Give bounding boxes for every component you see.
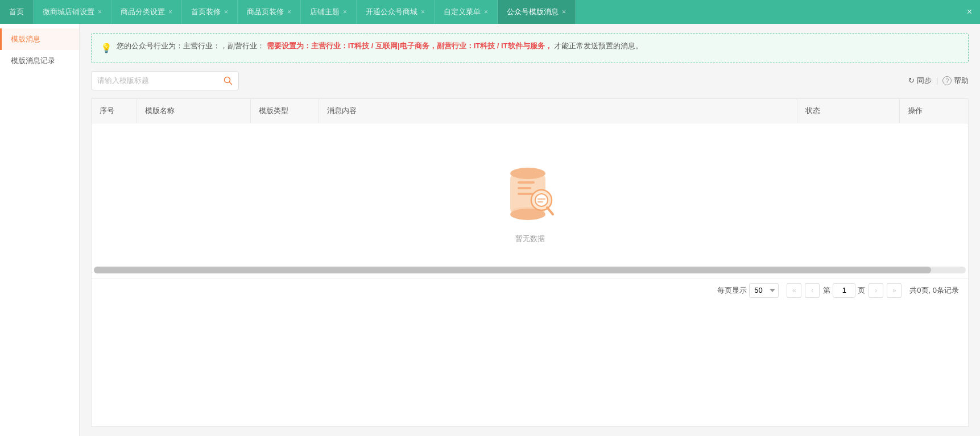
next-page-button[interactable]: › — [869, 283, 883, 298]
per-page-select[interactable]: 10 20 50 100 — [749, 283, 779, 298]
svg-point-10 — [535, 194, 548, 206]
search-button[interactable] — [218, 76, 238, 85]
sync-button[interactable]: ↻ 同步 — [908, 76, 932, 86]
content-area: 💡 您的公众号行业为：主营行业：，副营行业： 需要设置为：主营行业：IT科技 /… — [80, 24, 980, 436]
per-page-wrap: 每页显示 10 20 50 100 — [717, 283, 779, 298]
main-layout: 模版消息 模版消息记录 💡 您的公众号行业为：主营行业：，副营行业： 需要设置为… — [0, 24, 980, 436]
empty-state: 暂无数据 — [92, 123, 968, 267]
page-current-wrap: 第 页 — [823, 283, 865, 298]
scrollbar-thumb — [94, 267, 931, 273]
tab-shop-theme-close[interactable]: × — [343, 9, 347, 15]
help-label: 帮助 — [954, 76, 969, 85]
page-unit: 页 — [858, 285, 865, 296]
svg-rect-13 — [537, 201, 543, 203]
tab-template-msg-close[interactable]: × — [562, 9, 566, 15]
notice-text: 您的公众号行业为：主营行业：，副营行业： 需要设置为：主营行业：IT科技 / 互… — [117, 40, 643, 52]
th-action: 操作 — [900, 99, 968, 123]
prev-page-button[interactable]: ‹ — [805, 283, 820, 298]
close-all-button[interactable]: × — [959, 7, 980, 17]
search-bar: ↻ 同步 | ? 帮助 — [91, 71, 969, 90]
notice-prefix: 您的公众号行业为：主营行业：，副营行业： — [117, 41, 264, 50]
svg-line-1 — [230, 82, 232, 84]
tab-shop-theme-label: 店铺主题 — [310, 7, 340, 17]
svg-rect-12 — [537, 198, 545, 200]
th-status: 状态 — [797, 99, 900, 123]
svg-point-4 — [510, 168, 545, 179]
tab-custom-menu[interactable]: 自定义菜单 × — [435, 0, 498, 24]
sync-label: 同步 — [917, 76, 932, 85]
search-icon — [224, 76, 233, 85]
notice-box: 💡 您的公众号行业为：主营行业：，副营行业： 需要设置为：主营行业：IT科技 /… — [91, 33, 969, 63]
tab-product-category[interactable]: 商品分类设置 × — [111, 0, 182, 24]
tab-custom-menu-label: 自定义菜单 — [444, 7, 481, 17]
svg-line-11 — [547, 207, 553, 214]
data-table: 序号 模版名称 模版类型 消息内容 状态 操作 — [91, 98, 969, 427]
empty-state-text: 暂无数据 — [515, 234, 545, 244]
search-input[interactable] — [92, 76, 218, 85]
horizontal-scrollbar[interactable] — [94, 267, 966, 273]
notice-icon: 💡 — [101, 41, 112, 56]
page-label: 第 — [823, 285, 830, 296]
table-header: 序号 模版名称 模版类型 消息内容 状态 操作 — [92, 99, 968, 123]
th-type: 模版类型 — [251, 99, 319, 123]
tab-product-category-label: 商品分类设置 — [121, 7, 165, 17]
tab-weishop-settings[interactable]: 微商城店铺设置 × — [34, 0, 111, 24]
help-icon: ? — [942, 76, 952, 85]
tab-shop-theme[interactable]: 店铺主题 × — [301, 0, 357, 24]
help-button[interactable]: ? 帮助 — [942, 76, 969, 86]
tab-homepage-decor[interactable]: 首页装修 × — [182, 0, 238, 24]
toolbar-divider: | — [936, 76, 938, 85]
per-page-label: 每页显示 — [717, 285, 747, 296]
tab-home[interactable]: 首页 — [0, 0, 34, 24]
tab-weishop-settings-close[interactable]: × — [98, 9, 102, 15]
notice-suffix: 才能正常发送预置的消息。 — [554, 41, 643, 50]
tab-product-page-decor-close[interactable]: × — [287, 9, 291, 15]
tab-product-page-decor[interactable]: 商品页装修 × — [238, 0, 301, 24]
page-input[interactable] — [833, 283, 855, 298]
first-page-button[interactable]: « — [787, 283, 801, 298]
tab-template-msg-label: 公众号模版消息 — [507, 7, 559, 17]
tab-product-category-close[interactable]: × — [168, 9, 172, 15]
th-name: 模版名称 — [137, 99, 251, 123]
tab-weishop-settings-label: 微商城店铺设置 — [43, 7, 94, 17]
sidebar-item-template-message-label: 模版消息 — [11, 35, 40, 43]
th-content: 消息内容 — [319, 99, 797, 123]
empty-state-icon — [496, 157, 564, 226]
tab-open-wechat-shop[interactable]: 开通公众号商城 × — [357, 0, 435, 24]
pagination: 每页显示 10 20 50 100 « ‹ 第 页 › » 共0 — [92, 278, 968, 305]
sidebar-item-template-message[interactable]: 模版消息 — [0, 28, 79, 50]
th-index: 序号 — [92, 99, 137, 123]
sidebar-item-template-message-log[interactable]: 模版消息记录 — [0, 50, 79, 72]
tab-custom-menu-close[interactable]: × — [484, 9, 488, 15]
sidebar-item-template-message-log-label: 模版消息记录 — [11, 56, 55, 65]
tab-homepage-decor-label: 首页装修 — [191, 7, 221, 17]
top-nav: 首页 微商城店铺设置 × 商品分类设置 × 首页装修 × 商品页装修 × 店铺主… — [0, 0, 980, 24]
toolbar-right: ↻ 同步 | ? 帮助 — [908, 76, 969, 86]
svg-rect-8 — [518, 193, 534, 195]
tab-template-msg[interactable]: 公众号模版消息 × — [498, 0, 576, 24]
tab-open-wechat-shop-close[interactable]: × — [421, 9, 425, 15]
last-page-button[interactable]: » — [887, 283, 902, 298]
sync-icon: ↻ — [908, 76, 915, 85]
svg-rect-7 — [518, 187, 531, 189]
svg-rect-6 — [518, 181, 535, 184]
tab-homepage-decor-close[interactable]: × — [224, 9, 228, 15]
notice-highlight: 需要设置为：主营行业：IT科技 / 互联网|电子商务，副营行业：IT科技 / I… — [267, 41, 552, 50]
total-info: 共0页, 0条记录 — [909, 285, 959, 296]
tab-home-label: 首页 — [9, 7, 24, 17]
tab-open-wechat-shop-label: 开通公众号商城 — [366, 7, 417, 17]
sidebar: 模版消息 模版消息记录 — [0, 24, 80, 436]
search-input-wrap[interactable] — [91, 71, 239, 90]
tab-product-page-decor-label: 商品页装修 — [247, 7, 284, 17]
